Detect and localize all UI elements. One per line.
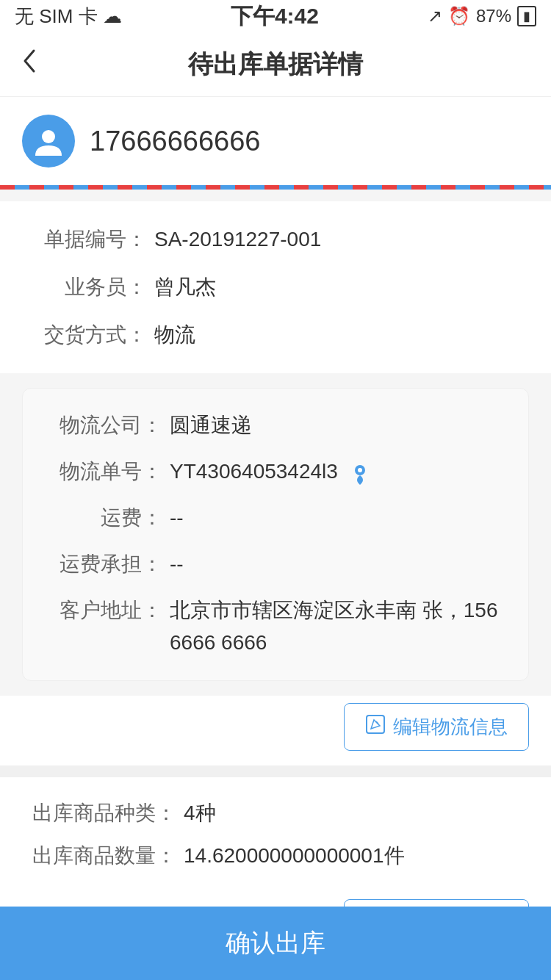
address-value: 北京市市辖区海淀区永丰南 张，156 6666 6666 <box>170 594 506 660</box>
address-label: 客户地址： <box>45 594 162 627</box>
delivery-method-value: 物流 <box>154 319 522 352</box>
logistics-company-label: 物流公司： <box>45 409 162 442</box>
svg-point-2 <box>358 468 362 472</box>
doc-number-row: 单据编号： SA-20191227-001 <box>29 223 522 256</box>
svg-point-0 <box>42 130 55 143</box>
goods-quantity-label: 出库商品数量： <box>29 842 176 870</box>
battery-level: 87% <box>476 6 511 26</box>
page-title: 待出库单据详情 <box>188 48 363 82</box>
sales-rep-value: 曾凡杰 <box>154 271 522 304</box>
freight-bear-value: -- <box>170 548 506 581</box>
battery-icon: ▮ <box>517 6 536 26</box>
basic-info-section: 单据编号： SA-20191227-001 业务员： 曾凡杰 交货方式： 物流 <box>0 201 551 373</box>
freight-bear-row: 运费承担： -- <box>45 548 506 581</box>
goods-quantity-value: 14.620000000000001件 <box>184 842 405 870</box>
doc-number-value: SA-20191227-001 <box>154 223 522 256</box>
network-status: 无 SIM 卡 ☁ <box>15 4 122 29</box>
section-divider <box>0 765 551 777</box>
tracking-number-row: 物流单号： YT43064053424l3 <box>45 455 506 489</box>
logistics-company-row: 物流公司： 圆通速递 <box>45 409 506 442</box>
sales-rep-row: 业务员： 曾凡杰 <box>29 271 522 304</box>
freight-value: -- <box>170 502 506 535</box>
user-header: 17666666666 <box>0 97 551 185</box>
goods-type-label: 出库商品种类： <box>29 799 176 827</box>
edit-icon <box>365 714 386 740</box>
logistics-card: 物流公司： 圆通速递 物流单号： YT43064053424l3 运费： -- <box>22 388 529 681</box>
alarm-icon: ⏰ <box>448 6 470 26</box>
status-right: ↗ ⏰ 87% ▮ <box>428 6 536 26</box>
status-time: 下午4:42 <box>231 1 319 32</box>
address-row: 客户地址： 北京市市辖区海淀区永丰南 张，156 6666 6666 <box>45 594 506 660</box>
tracking-number-label: 物流单号： <box>45 455 162 489</box>
edit-logistics-label: 编辑物流信息 <box>393 714 508 740</box>
delivery-method-row: 交货方式： 物流 <box>29 319 522 352</box>
back-button[interactable] <box>21 48 38 81</box>
location-icon: ↗ <box>428 6 442 26</box>
user-phone: 17666666666 <box>90 126 260 157</box>
status-left: 无 SIM 卡 ☁ <box>15 4 122 29</box>
freight-label: 运费： <box>45 502 162 535</box>
freight-bear-label: 运费承担： <box>45 548 162 581</box>
avatar <box>22 115 75 167</box>
goods-type-row: 出库商品种类： 4种 <box>29 799 522 827</box>
delivery-method-label: 交货方式： <box>29 319 147 352</box>
logistics-company-value: 圆通速递 <box>170 409 506 442</box>
confirm-button-label: 确认出库 <box>226 926 325 960</box>
edit-logistics-button[interactable]: 编辑物流信息 <box>344 703 529 751</box>
freight-row: 运费： -- <box>45 502 506 535</box>
nav-bar: 待出库单据详情 <box>0 32 551 97</box>
confirm-bar[interactable]: 确认出库 <box>0 907 551 980</box>
svg-rect-3 <box>367 716 384 733</box>
location-icon <box>347 459 373 486</box>
goods-quantity-row: 出库商品数量： 14.620000000000001件 <box>29 842 522 870</box>
status-bar: 无 SIM 卡 ☁ 下午4:42 ↗ ⏰ 87% ▮ <box>0 0 551 32</box>
goods-type-value: 4种 <box>184 799 216 827</box>
tracking-number-value: YT43064053424l3 <box>170 455 506 489</box>
sales-rep-label: 业务员： <box>29 271 147 304</box>
doc-number-label: 单据编号： <box>29 223 147 256</box>
edit-logistics-area: 编辑物流信息 <box>0 696 551 765</box>
goods-section: 出库商品种类： 4种 出库商品数量： 14.620000000000001件 <box>0 777 551 892</box>
dashed-separator <box>0 185 551 190</box>
